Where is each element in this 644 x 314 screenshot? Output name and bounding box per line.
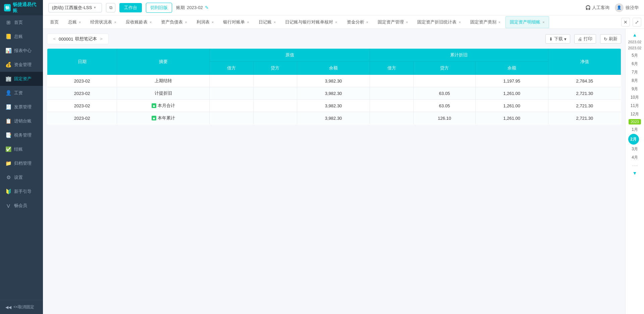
breadcrumb-back[interactable]: ＜ bbox=[52, 36, 57, 42]
tab-label-business-status: 经营状况表 bbox=[90, 19, 112, 25]
breadcrumb-forward[interactable]: ＞ bbox=[99, 36, 104, 42]
timeline-month[interactable]: 11月 bbox=[628, 102, 642, 110]
tab-close-capital-analysis[interactable]: × bbox=[366, 20, 368, 24]
sidebar-item-fixed-assets[interactable]: 🏢固定资产 bbox=[0, 72, 43, 86]
badge-dot: ■ bbox=[152, 103, 156, 108]
dropdown-arrow-icon: ▾ bbox=[564, 37, 567, 42]
period-edit-icon[interactable]: ✎ bbox=[205, 5, 209, 10]
timeline-down-button[interactable]: ▼ bbox=[630, 169, 640, 177]
timeline-month[interactable]: 2月 bbox=[628, 134, 639, 145]
tab-fixed-mgmt[interactable]: 固定资产管理× bbox=[373, 16, 412, 28]
timeline-month[interactable]: 7月 bbox=[628, 68, 642, 76]
tabbar: 首页总账×经营状况表×应收账龄表×资产负债表×利润表×银行对账单×日记账×日记账… bbox=[43, 15, 644, 29]
timeline-month[interactable]: 8月 bbox=[628, 76, 642, 85]
tab-close-profit-loss[interactable]: × bbox=[212, 20, 214, 24]
tab-balance-sheet[interactable]: 资产负债表× bbox=[157, 16, 191, 28]
app-name: 畅捷通易代账 bbox=[13, 2, 39, 14]
download-button[interactable]: ⬇ 下载 ▾ bbox=[545, 34, 570, 44]
tab-bank-statement[interactable]: 银行对账单× bbox=[219, 16, 253, 28]
col-net-value: 净值 bbox=[548, 49, 621, 75]
sidebar-item-invoice[interactable]: 🧾发票管理 bbox=[0, 100, 43, 114]
timeline-month[interactable]: 10月 bbox=[628, 93, 642, 101]
company-selector[interactable]: (勿动) 江西服垒-LSS ▾ bbox=[48, 3, 102, 12]
tab-close-bank-statement[interactable]: × bbox=[247, 20, 249, 24]
timeline-more-icon: ⋯ bbox=[632, 162, 638, 169]
timeline-month[interactable]: 6月 bbox=[628, 60, 642, 68]
workbench-button[interactable]: 工作台 bbox=[119, 3, 142, 12]
timeline-month[interactable]: 4月 bbox=[628, 153, 642, 161]
timeline-month[interactable]: 1月 bbox=[628, 125, 642, 134]
tab-close-bank-reconcile[interactable]: × bbox=[335, 20, 337, 24]
sidebar-item-home[interactable]: ⊞首页 bbox=[0, 15, 43, 30]
tab-ledger[interactable]: 总账× bbox=[64, 16, 85, 28]
tab-profit-loss[interactable]: 利润表× bbox=[192, 16, 218, 28]
sidebar-item-closing[interactable]: ✅结账 bbox=[0, 142, 43, 156]
refresh-button[interactable]: ↻ 刷新 bbox=[600, 34, 621, 44]
tab-fixed-detail[interactable]: 固定资产明细账× bbox=[505, 16, 549, 28]
support-label: 人工客询 bbox=[592, 5, 609, 11]
tab-close-fixed-mgmt[interactable]: × bbox=[406, 20, 408, 24]
cell-depr-credit: 126.10 bbox=[414, 112, 475, 124]
tab-close-ledger[interactable]: × bbox=[79, 20, 81, 24]
tab-journal[interactable]: 日记账× bbox=[254, 16, 280, 28]
chevron-down-icon: ▾ bbox=[94, 5, 96, 10]
tab-close-receivables[interactable]: × bbox=[150, 20, 152, 24]
sidebar-item-tax[interactable]: 📑税务管理 bbox=[0, 128, 43, 142]
user-info[interactable]: 👤 徐泾华 bbox=[615, 3, 639, 12]
tab-close-fixed-category[interactable]: × bbox=[498, 20, 500, 24]
topbar-right: 🎧 人工客询 👤 徐泾华 bbox=[585, 3, 639, 12]
timeline-month[interactable]: 12月 bbox=[628, 110, 642, 118]
tab-depreciation-stats[interactable]: 固定资产折旧统计表× bbox=[413, 16, 465, 28]
pin-icon: ◀◀ bbox=[5, 305, 11, 310]
closing-icon: ✅ bbox=[5, 146, 11, 152]
sidebar-item-capital[interactable]: 💰资金管理 bbox=[0, 58, 43, 72]
sidebar-item-sales[interactable]: 📋进销台账 bbox=[0, 114, 43, 128]
year-2023-badge[interactable]: 2023 bbox=[629, 119, 641, 124]
timeline-month[interactable]: 9月 bbox=[628, 85, 642, 93]
ledger-icon: 📒 bbox=[5, 34, 11, 40]
cell-net-value: 2,721.30 bbox=[548, 112, 621, 124]
sidebar-item-guide[interactable]: 🔰新手引导 bbox=[0, 185, 43, 199]
copy-button[interactable]: ⧉ bbox=[106, 3, 115, 12]
timeline-year-top-1: 2023.02 bbox=[626, 39, 644, 45]
sidebar-item-payroll[interactable]: 👤工资 bbox=[0, 86, 43, 100]
tab-fixed-category[interactable]: 固定资产类别× bbox=[466, 16, 505, 28]
tab-label-home: 首页 bbox=[50, 19, 59, 25]
tab-label-depreciation-stats: 固定资产折旧统计表 bbox=[417, 19, 457, 25]
maximize-button[interactable]: ⤢ bbox=[633, 18, 641, 27]
cell-orig-debit bbox=[210, 87, 253, 100]
tab-close-balance-sheet[interactable]: × bbox=[185, 20, 187, 24]
timeline-month[interactable]: 5月 bbox=[628, 51, 642, 59]
sidebar-footer[interactable]: ◀◀ <<取消固定 bbox=[0, 300, 43, 314]
cell-orig-debit bbox=[210, 112, 253, 124]
tab-label-fixed-mgmt: 固定资产管理 bbox=[378, 19, 404, 25]
sidebar-item-settings[interactable]: ⚙设置 bbox=[0, 170, 43, 185]
sidebar-item-label-fixed-assets: 固定资产 bbox=[14, 76, 32, 82]
print-button[interactable]: 🖨 打印 bbox=[574, 34, 596, 44]
tab-business-status[interactable]: 经营状况表× bbox=[86, 16, 120, 28]
sidebar-item-reports[interactable]: 📊报表中心 bbox=[0, 44, 43, 58]
tab-close-business-status[interactable]: × bbox=[114, 20, 116, 24]
switch-version-button[interactable]: 切到旧版 bbox=[146, 3, 172, 13]
tab-label-profit-loss: 利润表 bbox=[197, 19, 210, 25]
sidebar-item-membership[interactable]: V畅会员 bbox=[0, 199, 43, 213]
tab-label-capital-analysis: 资金分析 bbox=[347, 19, 364, 25]
tab-close-depreciation-stats[interactable]: × bbox=[459, 20, 461, 24]
tab-bank-reconcile[interactable]: 日记账与银行对账单核对× bbox=[281, 16, 341, 28]
sidebar-item-archive[interactable]: 📁归档管理 bbox=[0, 156, 43, 170]
sidebar-item-label-sales: 进销台账 bbox=[14, 118, 32, 124]
sidebar-item-ledger[interactable]: 📒总账 bbox=[0, 30, 43, 44]
timeline-month[interactable]: 3月 bbox=[628, 145, 642, 153]
cell-orig-balance: 3,982.30 bbox=[297, 100, 370, 112]
close-all-tabs-button[interactable]: ✕ bbox=[621, 18, 630, 27]
timeline-panel: ▲ 2023.02 2023.02 5月6月7月8月9月10月11月12月 20… bbox=[625, 29, 644, 314]
tab-receivables[interactable]: 应收账龄表× bbox=[121, 16, 156, 28]
tab-close-fixed-detail[interactable]: × bbox=[542, 20, 544, 24]
timeline-up-button[interactable]: ▲ bbox=[630, 31, 640, 39]
tab-label-fixed-category: 固定资产类别 bbox=[470, 19, 496, 25]
tab-label-ledger: 总账 bbox=[68, 19, 77, 25]
support-button[interactable]: 🎧 人工客询 bbox=[585, 5, 609, 11]
tab-home[interactable]: 首页 bbox=[46, 16, 63, 28]
tab-capital-analysis[interactable]: 资金分析× bbox=[342, 16, 373, 28]
tab-close-journal[interactable]: × bbox=[274, 20, 276, 24]
